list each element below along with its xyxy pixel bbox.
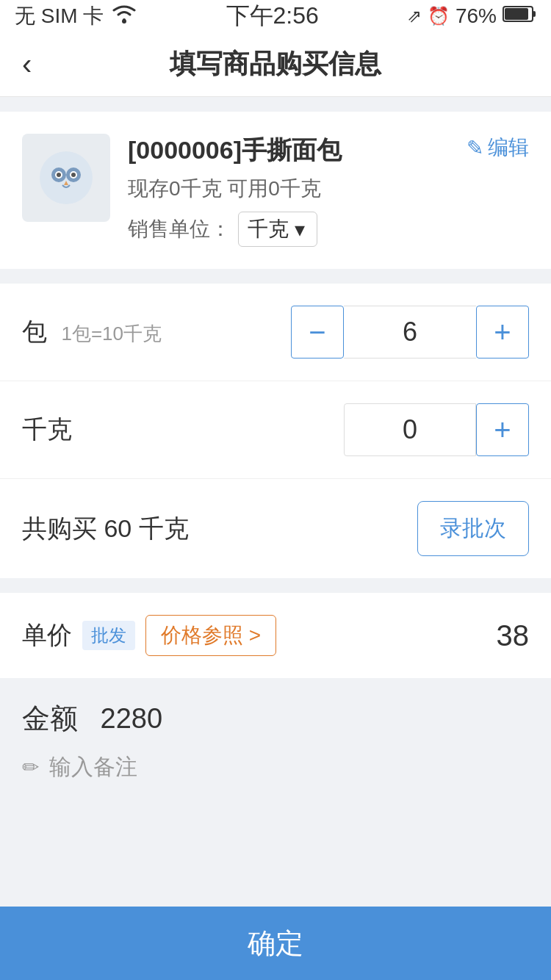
chevron-down-icon: ▾ [295, 217, 305, 242]
bao-label: 包 1包=10千克 [22, 315, 291, 349]
kg-input[interactable] [344, 403, 476, 456]
total-text: 共购买 60 千克 [22, 512, 189, 546]
svg-point-0 [122, 19, 126, 24]
svg-rect-3 [505, 8, 528, 20]
bao-input[interactable] [344, 306, 476, 359]
bao-increment-button[interactable]: + [476, 306, 529, 359]
note-placeholder: 输入备注 [49, 752, 137, 782]
product-image [22, 134, 110, 222]
kg-label: 千克 [22, 413, 344, 447]
bao-controls: − + [291, 306, 529, 359]
status-bar: 无 SIM 卡 下午2:56 ⇗ ⏰ 76% [0, 0, 551, 32]
price-label: 单价 批发 价格参照 > [22, 615, 276, 656]
svg-point-4 [40, 151, 93, 204]
edit-button[interactable]: ✎ 编辑 [467, 134, 529, 162]
product-card: [0000006]手撕面包 现存0千克 可用0千克 销售单位： 千克 ▾ ✎ 编… [0, 112, 551, 269]
unit-select[interactable]: 千克 ▾ [238, 212, 317, 247]
price-value: 38 [497, 619, 530, 652]
status-right: ⇗ ⏰ 76% [407, 4, 536, 29]
sim-status: 无 SIM 卡 [15, 2, 104, 30]
product-stock: 现存0千克 可用0千克 [128, 175, 529, 203]
kg-row: 千克 + [0, 381, 551, 479]
back-button[interactable]: ‹ [22, 48, 32, 81]
svg-rect-2 [533, 11, 536, 17]
location-icon: ⇗ [407, 6, 422, 26]
svg-point-10 [71, 173, 76, 177]
product-unit: 销售单位： 千克 ▾ [128, 212, 529, 247]
wifi-icon [111, 4, 137, 29]
svg-point-9 [57, 173, 61, 177]
confirm-button[interactable]: 确定 [0, 907, 551, 980]
status-left: 无 SIM 卡 [15, 2, 137, 30]
edit-icon: ✎ [467, 136, 483, 160]
kg-increment-button[interactable]: + [476, 403, 529, 456]
quantity-section: 包 1包=10千克 − + 千克 + 共购买 60 千克 录批次 [0, 284, 551, 578]
price-ref-button[interactable]: 价格参照 > [145, 615, 276, 656]
total-row: 共购买 60 千克 录批次 [0, 479, 551, 578]
price-section: 单价 批发 价格参照 > 38 [0, 593, 551, 678]
bao-row: 包 1包=10千克 − + [0, 284, 551, 381]
status-time: 下午2:56 [226, 0, 319, 32]
note-row[interactable]: ✏ 输入备注 [22, 752, 529, 782]
alarm-icon: ⏰ [428, 6, 450, 26]
battery-text: 76% [455, 4, 497, 28]
page-title: 填写商品购买信息 [170, 46, 381, 82]
pencil-icon: ✏ [22, 755, 39, 779]
record-batch-button[interactable]: 录批次 [417, 501, 529, 556]
batch-tag: 批发 [82, 621, 135, 650]
nav-bar: ‹ 填写商品购买信息 [0, 32, 551, 97]
amount-value: 2280 [101, 703, 163, 734]
amount-section: 金额 2280 ✏ 输入备注 [0, 678, 551, 804]
kg-controls: + [344, 403, 529, 456]
amount-row: 金额 2280 [22, 700, 529, 738]
bao-decrement-button[interactable]: − [291, 306, 344, 359]
battery-icon [503, 4, 536, 29]
